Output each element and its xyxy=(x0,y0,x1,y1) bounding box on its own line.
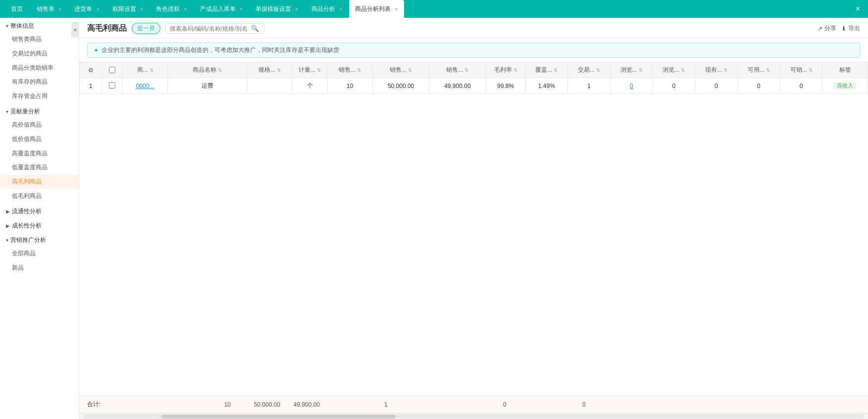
sidebar-section-marketing[interactable]: ▾ 营销推广分析 xyxy=(0,232,79,246)
scrollbar-track xyxy=(83,415,864,419)
close-permissions-tab[interactable]: × xyxy=(140,6,143,12)
info-icon: ✦ xyxy=(94,47,99,54)
nav-tab-templates[interactable]: 单据模板设置 × xyxy=(250,0,304,18)
bottom-scrollbar[interactable] xyxy=(79,413,868,419)
sidebar-item-high-margin[interactable]: 高毛利商品 xyxy=(0,175,79,189)
export-button[interactable]: ⬇ 导出 xyxy=(841,24,860,33)
close-templates-tab[interactable]: × xyxy=(295,6,298,12)
sidebar-item-traded-goods[interactable]: 交易过的商品 xyxy=(0,47,79,61)
sidebar-collapse-btn[interactable]: « xyxy=(71,22,79,38)
nav-tab-permissions[interactable]: 权限设置 × xyxy=(106,0,149,18)
footer-sales-amount: 50,000.00 xyxy=(247,401,287,408)
sidebar: « ▾ 整体信息 销售类商品 交易过的商品 商品分类助销率 有库存的商品 库存资… xyxy=(0,18,79,419)
search-input[interactable] xyxy=(170,25,249,32)
sidebar-section-growth[interactable]: ▶ 成长性分析 xyxy=(0,218,79,232)
row-code[interactable]: 0000... xyxy=(122,78,167,94)
col-sales-profit[interactable]: 销售... ⇅ xyxy=(429,62,486,78)
close-sales-tab[interactable]: × xyxy=(58,6,61,12)
nav-home[interactable]: 首页 xyxy=(4,0,30,18)
sidebar-item-in-stock-goods[interactable]: 有库存的商品 xyxy=(0,75,79,89)
close-product-analysis-tab[interactable]: × xyxy=(339,6,342,12)
col-current-stock[interactable]: 现有... ⇅ xyxy=(695,62,738,78)
sort-code-icon: ⇅ xyxy=(150,67,153,73)
product-table: ⚙ 商... ⇅ 商品名称 xyxy=(79,62,868,94)
row-available: 0 xyxy=(738,78,780,94)
row-checkbox[interactable] xyxy=(102,78,122,94)
footer-current-stock: 0 xyxy=(485,401,524,408)
nav-tab-product-analysis-list[interactable]: 商品分析列表 × xyxy=(349,0,404,18)
content-header: 高毛利商品 近一月 🔍 ↗ 分享 ⬇ 导出 xyxy=(79,18,868,39)
col-unit[interactable]: 计量... ⇅ xyxy=(292,62,327,78)
filter-recent-month[interactable]: 近一月 xyxy=(132,23,160,34)
sort-spec-icon: ⇅ xyxy=(277,67,281,73)
col-browse2[interactable]: 浏览... ⇅ xyxy=(653,62,695,78)
arrow-liquidity: ▶ xyxy=(6,209,10,214)
sidebar-item-low-value[interactable]: 低价值商品 xyxy=(0,132,79,146)
nav-tab-purchase[interactable]: 进货单 × xyxy=(68,0,105,18)
row-index: 1 xyxy=(80,78,102,94)
col-code[interactable]: 商... ⇅ xyxy=(122,62,167,78)
page-title: 高毛利商品 xyxy=(87,23,127,34)
row-spec xyxy=(247,78,292,94)
sort-browse1-icon: ⇅ xyxy=(639,67,643,73)
row-transactions: 1 xyxy=(568,78,611,94)
col-available[interactable]: 可用... ⇅ xyxy=(738,62,780,78)
sidebar-item-category-assist[interactable]: 商品分类助销率 xyxy=(0,61,79,75)
arrow-growth: ▶ xyxy=(6,223,10,229)
col-settings[interactable]: ⚙ xyxy=(80,62,102,78)
scrollbar-thumb[interactable] xyxy=(161,415,396,419)
sidebar-section-liquidity[interactable]: ▶ 流通性分析 xyxy=(0,203,79,218)
nav-tab-product-analysis[interactable]: 商品分析 × xyxy=(306,0,348,18)
col-sales-qty[interactable]: 销售... ⇅ xyxy=(327,62,372,78)
close-finished-goods-tab[interactable]: × xyxy=(240,6,243,12)
footer-sales-profit: 49,900.00 xyxy=(287,401,326,408)
sort-available-icon: ⇅ xyxy=(766,67,770,73)
row-unit: 个 xyxy=(292,78,327,94)
row-browse1[interactable]: 0 xyxy=(610,78,653,94)
col-tag[interactable]: 标签 xyxy=(822,62,868,78)
col-spec[interactable]: 规格... ⇅ xyxy=(247,62,292,78)
sidebar-item-inventory-capital[interactable]: 库存资金占用 xyxy=(0,89,79,103)
sidebar-item-high-coverage[interactable]: 高覆盖度商品 xyxy=(0,146,79,161)
close-purchase-tab[interactable]: × xyxy=(96,6,99,12)
close-roles-tab[interactable]: × xyxy=(184,6,187,12)
footer-sales-qty: 10 xyxy=(207,401,247,408)
sidebar-item-new-goods[interactable]: 新品 xyxy=(0,261,79,275)
close-product-analysis-list-tab[interactable]: × xyxy=(395,6,398,12)
table-wrapper[interactable]: ⚙ 商... ⇅ 商品名称 xyxy=(79,62,868,395)
sidebar-item-all-goods[interactable]: 全部商品 xyxy=(0,246,79,261)
sidebar-item-sales-goods[interactable]: 销售类商品 xyxy=(0,32,79,47)
col-browse1[interactable]: 浏览... ⇅ xyxy=(610,62,653,78)
row-sales-qty: 10 xyxy=(327,78,372,94)
col-name[interactable]: 商品名称 ⇅ xyxy=(168,62,247,78)
col-checkbox[interactable] xyxy=(102,62,122,78)
sidebar-item-low-margin[interactable]: 低毛利商品 xyxy=(0,189,79,203)
sidebar-item-low-coverage[interactable]: 低覆盖度商品 xyxy=(0,160,79,175)
row-select-checkbox[interactable] xyxy=(109,82,115,89)
browse1-link[interactable]: 0 xyxy=(630,83,633,90)
sort-coverage-icon: ⇅ xyxy=(554,67,558,73)
col-gross-margin[interactable]: 毛利率 ⇅ xyxy=(486,62,525,78)
sidebar-section-contribution[interactable]: ▾ 贡献量分析 xyxy=(0,103,79,118)
export-icon: ⬇ xyxy=(841,25,846,32)
sidebar-item-high-value[interactable]: 高价值商品 xyxy=(0,118,79,132)
arrow-marketing: ▾ xyxy=(6,237,8,243)
col-sales-amount[interactable]: 销售... ⇅ xyxy=(372,62,429,78)
select-all-checkbox[interactable] xyxy=(109,67,115,73)
col-sellable[interactable]: 可销... ⇅ xyxy=(780,62,822,78)
sort-sales-amount-icon: ⇅ xyxy=(408,67,412,73)
nav-tab-sales[interactable]: 销售单 × xyxy=(31,0,67,18)
sidebar-section-overall[interactable]: ▾ 整体信息 xyxy=(0,18,79,32)
col-transactions[interactable]: 交易... ⇅ xyxy=(568,62,611,78)
col-coverage[interactable]: 覆盖... ⇅ xyxy=(525,62,568,78)
nav-tab-roles[interactable]: 角色授权 × xyxy=(150,0,193,18)
share-button[interactable]: ↗ 分享 xyxy=(817,24,836,33)
top-nav: 首页 销售单 × 进货单 × 权限设置 × 角色授权 × 产成品入库单 × 单据… xyxy=(0,0,868,18)
main-layout: « ▾ 整体信息 销售类商品 交易过的商品 商品分类助销率 有库存的商品 库存资… xyxy=(0,18,868,419)
row-sales-amount: 50,000.00 xyxy=(372,78,429,94)
close-all-tabs[interactable]: × xyxy=(852,4,864,13)
sort-sales-profit-icon: ⇅ xyxy=(464,67,468,73)
nav-tab-finished-goods[interactable]: 产成品入库单 × xyxy=(194,0,249,18)
search-icon[interactable]: 🔍 xyxy=(251,25,259,32)
footer-label: 合计: xyxy=(87,400,101,409)
